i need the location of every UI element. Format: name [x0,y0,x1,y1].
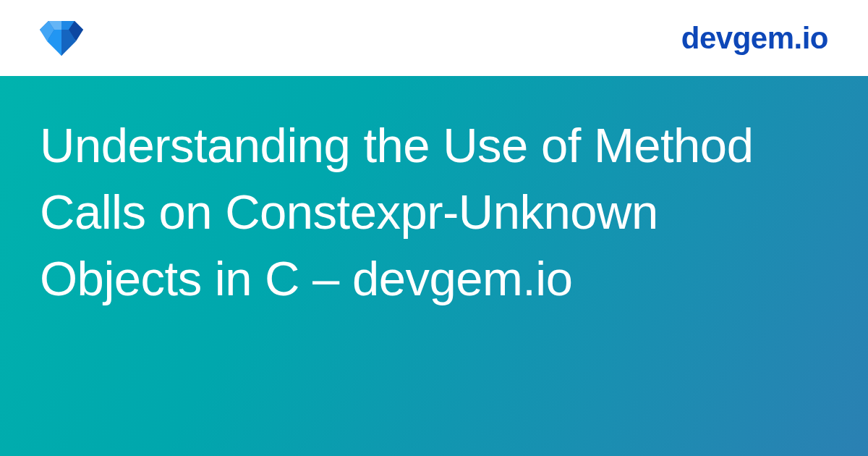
hero-banner: Understanding the Use of Method Calls on… [0,76,868,456]
gem-icon [40,21,83,56]
page-title: Understanding the Use of Method Calls on… [40,112,828,311]
brand-wordmark: devgem.io [681,21,828,56]
header: devgem.io [0,0,868,76]
